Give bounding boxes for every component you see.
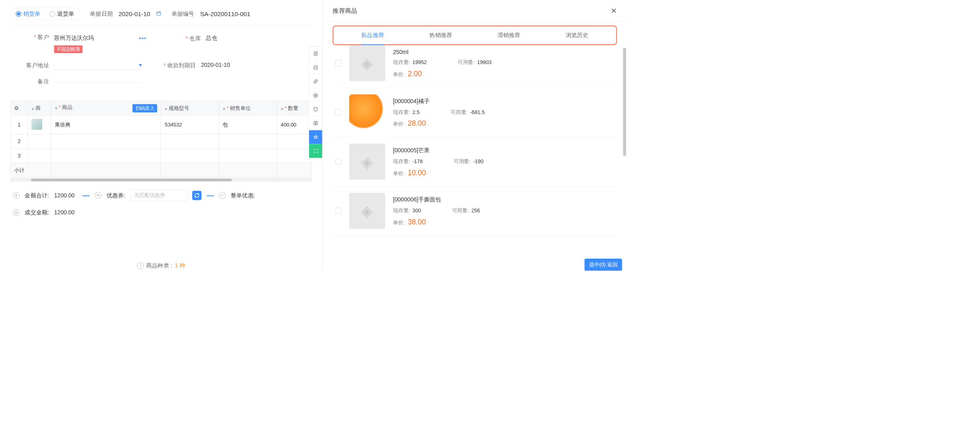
tool-star-icon[interactable] [309, 130, 322, 144]
sort-icon: ◆ [165, 107, 167, 111]
select-return-button[interactable]: 选中(0) 返回 [585, 259, 622, 271]
tab-new-products[interactable]: 新品推荐 [354, 28, 392, 42]
coupon-icon: % [95, 192, 101, 199]
doc-number-value: SA-20200110-001 [198, 9, 252, 19]
item-avail: -681.5 [470, 109, 484, 115]
radio-unchecked-icon [50, 11, 55, 17]
table-row[interactable]: 1 果倍爽 534532 包 400.00 [10, 116, 312, 134]
doc-date-field: 单据日期 2020-01-10 [90, 9, 161, 19]
tool-shield-icon[interactable] [309, 102, 322, 116]
doc-date-value[interactable]: 2020-01-10 [116, 9, 152, 19]
row-index: 1 [10, 116, 28, 134]
sort-icon: ◆ [223, 107, 225, 111]
tool-transfer-icon[interactable] [309, 89, 322, 103]
product-image-placeholder: ◈ [349, 143, 385, 180]
totals-section: ¥ 金额合计: 1200.00 — % 优惠券: 无匹配优惠券 — ✓ 整单优惠… [10, 182, 312, 224]
table-row[interactable]: 2 [10, 134, 312, 149]
due-date-label: 收款到期日 [162, 62, 196, 69]
product-image-placeholder: ◈ [349, 45, 385, 81]
list-item: [0000004]橘子 现存量:2.5 可用量:-681.5 单价:28.00 [333, 88, 617, 137]
row-index: 3 [10, 149, 28, 163]
info-icon: i [137, 262, 144, 269]
document-header: 销货单 退货单 单据日期 2020-01-10 单据编号 SA-20200110… [10, 5, 312, 26]
subtotal-row: 小计 [10, 163, 312, 178]
item-stock: 2.5 [412, 109, 420, 115]
warehouse-value[interactable]: 总仓 [206, 33, 283, 44]
close-icon[interactable]: ✕ [611, 6, 617, 15]
discount-icon: ✓ [219, 192, 226, 199]
cell-qty[interactable]: 400.00 [277, 116, 312, 134]
radio-sales-order[interactable]: 销货单 [16, 10, 40, 18]
cell-product[interactable]: 果倍爽 [51, 116, 161, 134]
deal-value: 1200.00 [54, 209, 74, 216]
item-checkbox[interactable] [335, 60, 341, 66]
tab-browse-history[interactable]: 浏览历史 [558, 28, 596, 42]
col-biz[interactable]: ◆商 [28, 101, 51, 116]
refresh-coupon-button[interactable] [192, 191, 201, 200]
col-unit[interactable]: ◆销售单位 [219, 101, 277, 116]
tab-slow-products[interactable]: 滞销推荐 [490, 28, 528, 42]
sort-icon: ◆ [55, 106, 58, 110]
tool-notes-icon[interactable] [309, 47, 322, 61]
item-price: 38.00 [408, 218, 426, 226]
table-row[interactable]: 3 [10, 149, 312, 163]
customer-lookup-button[interactable]: ••• [139, 35, 147, 42]
item-name: 250ml [393, 49, 614, 56]
radio-return-label: 退货单 [57, 10, 74, 18]
remark-input[interactable] [54, 80, 142, 83]
col-qty[interactable]: ◆数量 [277, 101, 312, 116]
item-checkbox[interactable] [335, 109, 341, 115]
gear-icon: ⚙ [14, 106, 19, 111]
item-stock: 19952 [412, 60, 427, 65]
recommend-panel-header: 推荐商品 ✕ [323, 0, 627, 22]
warehouse-label: 仓库 [167, 34, 201, 42]
svg-point-3 [314, 93, 318, 97]
side-toolbar [309, 46, 323, 158]
cell-spec[interactable]: 534532 [161, 116, 219, 134]
tool-link-icon[interactable] [309, 75, 322, 89]
tool-expand-icon[interactable] [309, 144, 322, 158]
scan-input-button[interactable]: 扫码录入 [132, 104, 157, 112]
col-spec[interactable]: ◆规格型号 [161, 101, 219, 116]
col-product[interactable]: ◆商品 扫码录入 [51, 101, 161, 116]
sort-icon: ◆ [281, 107, 283, 111]
scrollbar-thumb[interactable] [31, 179, 232, 181]
radio-sales-label: 销货单 [23, 10, 40, 18]
cell-unit[interactable]: 包 [219, 116, 277, 134]
doc-number-label: 单据编号 [172, 10, 194, 18]
line-items-table: ⚙ ◆商 ◆商品 扫码录入 ◆规格型号 ◆销售单位 ◆数量 1 [10, 101, 312, 182]
tab-hot-products[interactable]: 热销推荐 [422, 28, 460, 42]
amount-value: 1200.00 [54, 192, 74, 199]
recommend-tabs: 新品推荐 热销推荐 滞销推荐 浏览历史 [333, 25, 617, 45]
horizontal-scrollbar[interactable] [10, 178, 312, 182]
item-price: 2.00 [408, 69, 422, 77]
calendar-icon[interactable] [156, 10, 161, 18]
item-checkbox[interactable] [335, 208, 341, 214]
deal-icon: ◎ [13, 209, 20, 216]
radio-return-order[interactable]: 退货单 [50, 10, 74, 18]
form-area: 客户 苏州万达沃尔玛 ••• 不固定账期 仓库 总仓 客户地址 [10, 25, 312, 95]
customer-value[interactable]: 苏州万达沃尔玛 [54, 33, 131, 44]
due-date-value[interactable]: 2020-01-10 [201, 61, 278, 70]
item-price: 28.00 [408, 119, 426, 127]
recommend-list[interactable]: ◈ 250ml 现存量:19952 可用量:19903 单价:2.00 [000… [323, 45, 627, 273]
remark-label: 备注 [15, 78, 49, 85]
vertical-scrollbar[interactable] [623, 48, 626, 156]
sort-icon: ◆ [31, 107, 34, 111]
minus-icon: — [207, 191, 214, 199]
coupon-input[interactable]: 无匹配优惠券 [130, 189, 187, 201]
tool-chart-icon[interactable] [309, 60, 322, 75]
customer-label: 客户 [15, 33, 49, 41]
address-input[interactable]: ▾ [54, 61, 142, 70]
item-avail: 256 [471, 208, 480, 214]
gear-column[interactable]: ⚙ [10, 101, 28, 116]
doc-type-radio-group: 销货单 退货单 [10, 8, 80, 20]
product-image-placeholder: ◈ [349, 193, 385, 229]
discount-label: 整单优惠: [231, 191, 255, 199]
doc-number-field: 单据编号 SA-20200110-001 [172, 9, 252, 19]
item-price: 10.00 [408, 168, 426, 176]
item-checkbox[interactable] [335, 159, 341, 165]
customer-badge: 不固定账期 [54, 46, 82, 53]
item-avail: 19903 [477, 60, 492, 65]
tool-money-icon[interactable] [309, 116, 322, 131]
